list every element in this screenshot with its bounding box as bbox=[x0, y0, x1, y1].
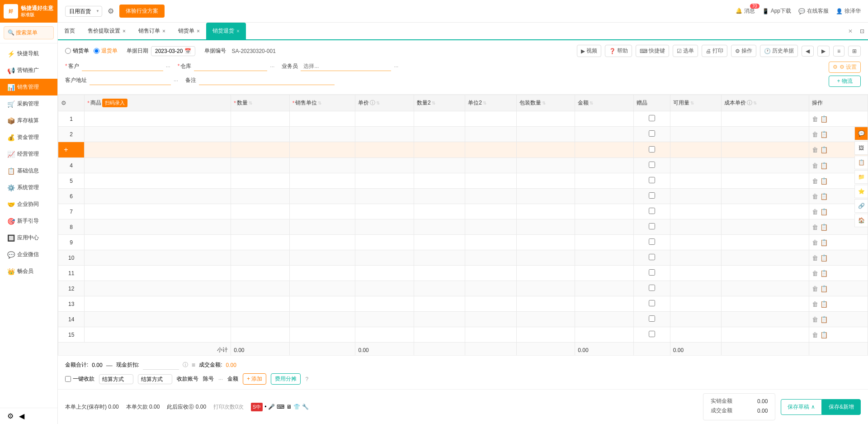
available-cell-1[interactable] bbox=[670, 111, 721, 127]
delete-icon[interactable]: 🗑 bbox=[812, 177, 818, 185]
copy-icon[interactable]: 📋 bbox=[820, 193, 828, 200]
gear-icon[interactable]: ⚙ bbox=[61, 100, 66, 106]
customer-picker-icon[interactable]: ··· bbox=[166, 63, 170, 70]
unit2-cell-1[interactable] bbox=[465, 111, 516, 127]
close-all-tabs[interactable]: ✕ bbox=[844, 28, 856, 34]
price-cell-2[interactable] bbox=[355, 127, 414, 142]
qty-cell-1[interactable] bbox=[231, 111, 290, 127]
address-input[interactable] bbox=[90, 76, 171, 85]
amount-cell-2[interactable] bbox=[575, 127, 634, 142]
qty-cell-2[interactable] bbox=[231, 127, 290, 142]
search-menu-button[interactable]: 🔍 搜索菜单 bbox=[4, 26, 54, 39]
copy-icon[interactable]: 📋 bbox=[820, 270, 828, 277]
save-new-button[interactable]: 保存&新增 bbox=[822, 399, 861, 415]
copy-icon[interactable]: 📋 bbox=[820, 162, 828, 169]
copy-row-2-icon[interactable]: 📋 bbox=[820, 131, 828, 138]
sidebar-item-member[interactable]: 👑 畅会员 bbox=[0, 263, 57, 280]
delete-icon[interactable]: 🗑 bbox=[812, 162, 818, 169]
sidebar-item-sales[interactable]: 📊 销售管理 bbox=[0, 79, 57, 95]
amount-cell-1[interactable] bbox=[575, 111, 634, 127]
tab-sales-order[interactable]: 销售订单 × bbox=[132, 23, 172, 39]
tab-close-price-settings[interactable]: × bbox=[123, 28, 126, 34]
product-input-1[interactable] bbox=[87, 116, 228, 122]
delete-icon[interactable]: 🗑 bbox=[812, 254, 818, 262]
settings-button[interactable]: ⚙ ⚙ 设置 bbox=[829, 62, 861, 73]
video-button[interactable]: ▶ 视频 bbox=[577, 45, 601, 57]
customer-input[interactable] bbox=[82, 62, 163, 71]
history-button[interactable]: 🕐 历史单据 bbox=[760, 45, 798, 57]
product-cell-1[interactable] bbox=[85, 111, 231, 127]
delete-row-new-icon[interactable]: 🗑 bbox=[812, 146, 818, 153]
sidebar-item-basics[interactable]: 📋 基础信息 bbox=[0, 162, 57, 179]
operations-button[interactable]: ⚙ 操作 bbox=[731, 45, 756, 57]
next-record-button[interactable]: ▶ bbox=[817, 46, 830, 57]
user-item[interactable]: 👤 徐泽华 bbox=[836, 7, 861, 15]
delete-icon[interactable]: 🗑 bbox=[812, 300, 818, 308]
sidebar-item-wechat[interactable]: 💬 企业微信 bbox=[0, 246, 57, 263]
tab-home[interactable]: 首页 bbox=[58, 23, 81, 39]
costprice-cell-1[interactable] bbox=[722, 111, 809, 127]
shirt-icon[interactable]: 👕 bbox=[293, 404, 300, 410]
copy-icon[interactable]: 📋 bbox=[820, 254, 828, 262]
qty2-cell-2[interactable] bbox=[414, 127, 465, 142]
delete-icon[interactable]: 🗑 bbox=[812, 193, 818, 200]
delete-row-1-icon[interactable]: 🗑 bbox=[812, 115, 818, 123]
grid-view-button[interactable]: ⊞ bbox=[848, 46, 861, 57]
unit2-cell-new[interactable] bbox=[465, 142, 516, 158]
copy-icon[interactable]: 📋 bbox=[820, 208, 828, 215]
notification-item[interactable]: 🔔 70 消息 bbox=[736, 7, 755, 15]
costprice-cell-new[interactable] bbox=[722, 142, 809, 158]
copy-icon[interactable]: 📋 bbox=[820, 300, 828, 308]
scan-enter-button[interactable]: 扫码录入 bbox=[102, 99, 127, 107]
side-image-icon[interactable]: 🖼 bbox=[854, 141, 868, 155]
sidebar-settings-icon[interactable]: ⚙ bbox=[7, 412, 14, 420]
sidebar-item-guide[interactable]: 🎯 新手引导 bbox=[0, 213, 57, 229]
side-home-icon[interactable]: 🏠 bbox=[854, 214, 868, 227]
delete-icon[interactable]: 🗑 bbox=[812, 224, 818, 231]
copy-icon[interactable]: 📋 bbox=[820, 224, 828, 231]
radio-sales-return[interactable]: 退货单 bbox=[94, 47, 118, 55]
s-icon[interactable]: S中 bbox=[251, 403, 263, 411]
sidebar-item-enterprise[interactable]: 🤝 企业协同 bbox=[0, 196, 57, 213]
delete-row-2-icon[interactable]: 🗑 bbox=[812, 131, 818, 138]
expense-split-button[interactable]: 费用分摊 bbox=[271, 373, 301, 385]
sidebar-item-marketing[interactable]: 📢 营销推广 bbox=[0, 62, 57, 79]
gift-cell-2[interactable] bbox=[633, 127, 670, 142]
packqty-cell-1[interactable] bbox=[516, 111, 575, 127]
prev-record-button[interactable]: ◀ bbox=[802, 46, 814, 57]
copy-icon[interactable]: 📋 bbox=[820, 239, 828, 246]
qty2-cell-new[interactable] bbox=[414, 142, 465, 158]
available-cell-new[interactable] bbox=[670, 142, 721, 158]
delete-icon[interactable]: 🗑 bbox=[812, 331, 818, 338]
delete-icon[interactable]: 🗑 bbox=[812, 316, 818, 323]
packqty-cell-new[interactable] bbox=[516, 142, 575, 158]
delete-icon[interactable]: 🗑 bbox=[812, 239, 818, 246]
gift-cell-1[interactable] bbox=[633, 111, 670, 127]
qty2-cell-1[interactable] bbox=[414, 111, 465, 127]
unit-cell-2[interactable] bbox=[289, 127, 355, 142]
expense-info-icon[interactable]: ? bbox=[305, 376, 308, 382]
save-draft-button[interactable]: 保存草稿 ∧ bbox=[781, 399, 822, 415]
unit-cell-1[interactable] bbox=[289, 111, 355, 127]
product-input-new[interactable] bbox=[87, 147, 228, 153]
radio-sales-delivery[interactable]: 销货单 bbox=[65, 47, 89, 55]
sidebar-item-operations[interactable]: 📈 经营管理 bbox=[0, 146, 57, 162]
price-cell-1[interactable] bbox=[355, 111, 414, 127]
warehouse-picker-icon[interactable]: ··· bbox=[270, 63, 274, 70]
sidebar-item-shortcuts[interactable]: ⚡ 快捷导航 bbox=[0, 45, 57, 62]
shortcuts-button[interactable]: ⌨ 快捷键 bbox=[636, 45, 669, 57]
mic-icon[interactable]: 🎤 bbox=[268, 404, 275, 410]
settings-gear-button[interactable]: ⚙ bbox=[108, 7, 114, 15]
copy-row-1-icon[interactable]: 📋 bbox=[820, 115, 828, 123]
unit-cell-new[interactable] bbox=[289, 142, 355, 158]
customer-service-item[interactable]: 💬 在线客服 bbox=[798, 7, 829, 15]
warehouse-input[interactable]: 总仓 bbox=[194, 62, 267, 71]
amount-cell-new[interactable] bbox=[575, 142, 634, 158]
sidebar-item-finance[interactable]: 💰 资金管理 bbox=[0, 129, 57, 146]
monitor-icon[interactable]: 🖥 bbox=[286, 404, 292, 410]
product-cell-2[interactable] bbox=[85, 127, 231, 142]
staff-input[interactable] bbox=[301, 62, 391, 71]
industry-dropdown[interactable]: 日用百货 bbox=[65, 6, 102, 17]
side-folder-icon[interactable]: 📁 bbox=[854, 170, 868, 184]
copy-icon[interactable]: 📋 bbox=[820, 331, 828, 338]
